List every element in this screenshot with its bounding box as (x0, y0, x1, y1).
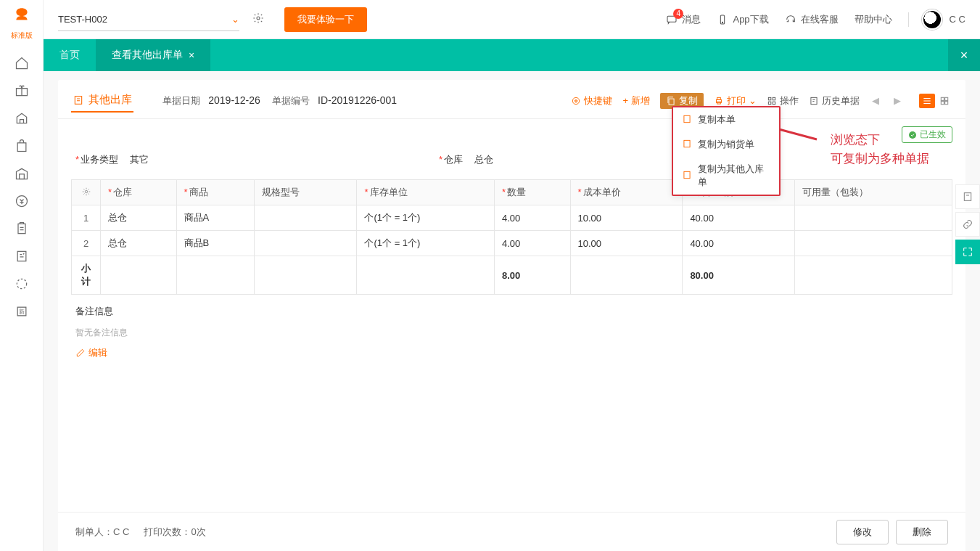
divider (908, 12, 909, 27)
svg-rect-27 (945, 101, 948, 104)
svg-rect-4 (18, 224, 25, 233)
edit-remarks-button[interactable]: 编辑 (75, 346, 948, 359)
settings-gear-icon[interactable] (252, 12, 264, 26)
svg-rect-21 (768, 102, 771, 105)
table-row[interactable]: 2 总仓 商品B 个(1个 = 1个) 4.00 10.00 40.00 (72, 231, 952, 256)
print-count: 打印次数：0次 (144, 526, 205, 539)
app-download-button[interactable]: App下载 (717, 13, 768, 26)
svg-rect-19 (768, 97, 771, 100)
svg-point-33 (85, 190, 88, 193)
svg-rect-23 (811, 97, 817, 104)
messages-label: 消息 (682, 13, 701, 26)
document-header: 其他出库 单据日期 2019-12-26 单据编号 ID-20191226-00… (58, 80, 965, 119)
svg-rect-2 (19, 174, 24, 179)
messages-badge: 4 (673, 9, 683, 19)
close-icon[interactable]: × (189, 49, 194, 61)
biz-type-field: *业务类型其它 (75, 153, 149, 166)
chevron-down-icon: ⌄ (749, 95, 757, 106)
svg-rect-24 (941, 97, 944, 100)
doc-number-value: ID-20191226-001 (318, 94, 397, 106)
modify-button[interactable]: 修改 (836, 520, 889, 544)
history-button[interactable]: 历史单据 (809, 94, 860, 107)
close-all-tabs-button[interactable]: × (948, 39, 980, 71)
nav-clipboard-icon[interactable] (0, 215, 44, 242)
svg-text:新: 新 (19, 309, 25, 315)
view-grid-toggle[interactable] (936, 94, 952, 108)
help-center-label: 帮助中心 (855, 13, 892, 26)
remarks-empty-text: 暂无备注信息 (75, 327, 948, 339)
nav-bag-icon[interactable] (0, 132, 44, 160)
svg-rect-29 (684, 140, 690, 147)
svg-rect-20 (773, 97, 775, 100)
table-row[interactable]: 1 总仓 商品A 个(1个 = 1个) 4.00 10.00 40.00 (72, 205, 952, 231)
svg-rect-30 (684, 171, 690, 178)
user-name-label: C C (950, 14, 965, 25)
nav-home-icon[interactable] (0, 49, 44, 77)
copy-menu-item-sales[interactable]: 复制为销货单 (673, 132, 779, 157)
nav-misc-icon[interactable] (0, 270, 44, 298)
operate-button[interactable]: 操作 (767, 94, 799, 107)
svg-point-6 (17, 279, 26, 288)
items-table: *仓库 *商品 规格型号 *库存单位 *数量 *成本单价 *成本金额 可用量（包… (71, 179, 952, 295)
left-nav-rail: 标准版 新 (0, 0, 44, 551)
tab-home[interactable]: 首页 (44, 39, 96, 71)
remarks-title: 备注信息 (75, 305, 948, 318)
edition-label: 标准版 (11, 30, 33, 41)
page-tabs: 首页 查看其他出库单 × × (44, 39, 980, 71)
expand-tool-icon[interactable] (955, 240, 980, 264)
svg-rect-17 (717, 97, 721, 99)
svg-point-9 (257, 17, 260, 20)
shortcut-button[interactable]: 快捷键 (571, 94, 612, 107)
svg-rect-15 (669, 99, 674, 105)
copy-icon (682, 139, 692, 151)
account-name: TEST-H002 (58, 14, 107, 25)
link-tool-icon[interactable] (955, 212, 980, 237)
creator-info: 制单人：C C (75, 526, 129, 539)
svg-rect-13 (75, 96, 81, 104)
nav-house-icon[interactable] (0, 105, 44, 132)
doc-date-value: 2019-12-26 (208, 94, 260, 106)
nav-report-icon[interactable] (0, 242, 44, 270)
account-selector[interactable]: TEST-H002 ⌄ (58, 8, 239, 31)
svg-rect-5 (17, 251, 26, 261)
svg-rect-26 (941, 101, 944, 104)
app-download-label: App下载 (733, 13, 768, 26)
doc-number-label: 单据编号 (272, 95, 310, 106)
delete-button[interactable]: 删除 (896, 520, 948, 544)
trial-button[interactable]: 我要体验一下 (284, 7, 367, 32)
status-badge: 已生效 (902, 126, 952, 143)
doc-type-tab[interactable]: 其他出库 (71, 89, 133, 113)
svg-rect-28 (684, 115, 690, 122)
copy-icon (682, 114, 692, 126)
help-center-button[interactable]: 帮助中心 (855, 13, 892, 26)
note-tool-icon[interactable] (955, 184, 980, 209)
add-button[interactable]: +新增 (622, 94, 650, 107)
copy-menu-item-self[interactable]: 复制本单 (673, 107, 779, 132)
nav-money-icon[interactable] (0, 187, 44, 215)
remarks-section: 备注信息 暂无备注信息 编辑 (58, 295, 965, 370)
app-logo-icon (12, 6, 31, 29)
table-subtotal-row: 小计 8.00 80.00 (72, 256, 952, 295)
doc-date-label: 单据日期 (162, 95, 200, 106)
prev-doc-button[interactable]: ◀ (870, 95, 881, 106)
tab-view-outbound[interactable]: 查看其他出库单 × (96, 39, 210, 71)
svg-point-31 (909, 131, 916, 139)
nav-warehouse-icon[interactable] (0, 160, 44, 187)
copy-menu-item-other-inbound[interactable]: 复制为其他入库单 (673, 157, 779, 195)
next-doc-button[interactable]: ▶ (892, 95, 903, 106)
warehouse-field: *仓库总仓 (439, 153, 493, 166)
messages-button[interactable]: 消息 4 (666, 13, 701, 26)
copy-icon (682, 170, 692, 182)
table-settings-icon[interactable] (72, 180, 101, 205)
customer-service-label: 在线客服 (801, 13, 839, 26)
svg-rect-25 (945, 97, 948, 100)
print-button[interactable]: 打印 ⌄ (714, 94, 757, 107)
copy-menu: 复制本单 复制为销货单 复制为其他入库单 (672, 106, 781, 196)
view-list-toggle[interactable] (919, 94, 935, 108)
top-bar: TEST-H002 ⌄ 我要体验一下 消息 4 App下载 在线客服 (44, 0, 980, 39)
nav-gift-icon[interactable] (0, 77, 44, 105)
form-summary-row: *业务类型其它 *仓库总仓 (58, 143, 965, 179)
customer-service-button[interactable]: 在线客服 (785, 13, 839, 26)
nav-new-icon[interactable]: 新 (0, 298, 44, 325)
user-avatar[interactable] (922, 9, 942, 30)
